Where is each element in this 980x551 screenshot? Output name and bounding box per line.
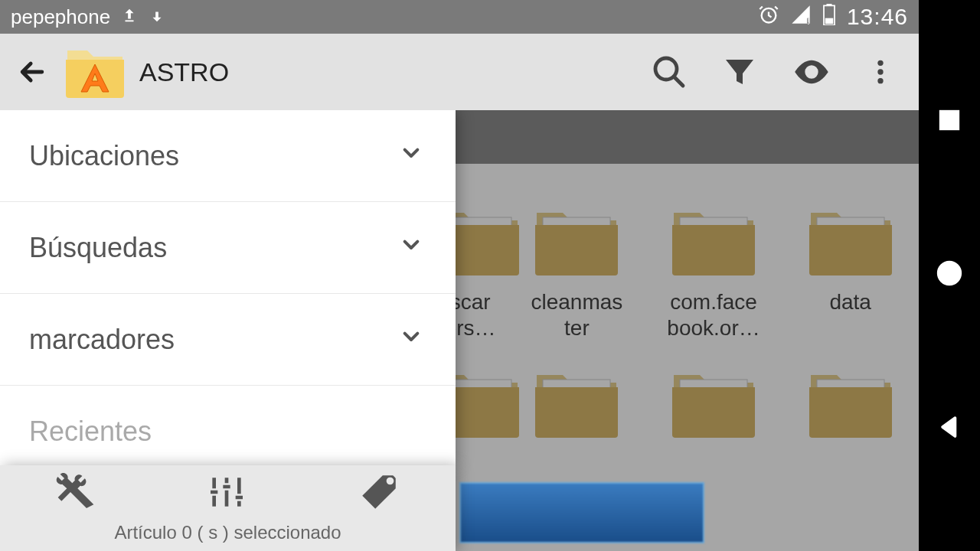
drawer-item-label: Ubicaciones [29,140,179,172]
svg-point-18 [877,60,883,66]
view-button[interactable] [792,52,831,92]
system-nav-bar [919,0,980,551]
svg-text:!: ! [807,15,809,24]
drawer-item-searches[interactable]: Búsquedas [0,202,456,294]
search-button[interactable] [651,54,688,90]
folder-item[interactable]: cleanmas ter [508,202,645,341]
svg-rect-21 [941,112,959,129]
clock-label: 13:46 [847,4,908,30]
svg-point-19 [877,69,883,74]
svg-rect-15 [825,18,834,24]
battery-icon [822,4,836,31]
chevron-down-icon [396,137,426,174]
svg-point-20 [877,78,883,83]
svg-point-17 [808,69,815,76]
download-icon [149,5,165,29]
app-logo-icon [63,43,127,101]
ad-banner[interactable] [459,482,704,543]
chevron-down-icon [396,321,426,358]
navigation-drawer: Ubicaciones Búsquedas marcadores Recient… [0,110,456,465]
overflow-menu-button[interactable] [865,54,896,90]
carrier-label: pepephone [11,5,110,29]
folder-item[interactable]: com.face book.or… [645,202,782,341]
alarm-icon [758,4,779,31]
status-bar: pepephone ! 13:46 [0,0,919,34]
filter-button[interactable] [721,54,758,90]
bottom-toolbar: Artículo 0 ( s ) seleccionado [0,465,456,551]
signal-icon: ! [790,4,812,31]
svg-point-22 [939,262,961,285]
back-button[interactable] [9,49,55,95]
app-title: ASTRO [139,57,229,87]
tools-button[interactable] [54,471,97,517]
folder-item[interactable] [508,364,645,452]
nav-recent-button[interactable] [936,107,962,136]
nav-back-button[interactable] [936,413,963,444]
app-bar: ASTRO [0,34,919,110]
folder-item[interactable] [782,364,919,452]
folder-label: cleanmas ter [508,289,645,341]
folder-label: data [782,289,919,341]
drawer-item-label: marcadores [29,324,175,356]
drawer-item-bookmarks[interactable]: marcadores [0,294,456,386]
tag-button[interactable] [357,470,401,517]
svg-rect-9 [153,8,162,10]
drawer-item-label: Búsquedas [29,232,167,264]
selection-status: Artículo 0 ( s ) seleccionado [0,522,456,543]
drawer-item-recents[interactable]: Recientes [0,386,456,465]
nav-home-button[interactable] [935,259,964,291]
chevron-down-icon [396,229,426,266]
folder-item[interactable] [645,364,782,452]
drawer-item-label: Recientes [29,416,152,448]
folder-label: com.face book.or… [645,289,782,341]
upload-icon [121,5,138,29]
drawer-item-locations[interactable]: Ubicaciones [0,110,456,202]
folder-item[interactable]: data [782,202,919,341]
svg-rect-8 [126,20,134,21]
settings-sliders-button[interactable] [205,471,248,517]
